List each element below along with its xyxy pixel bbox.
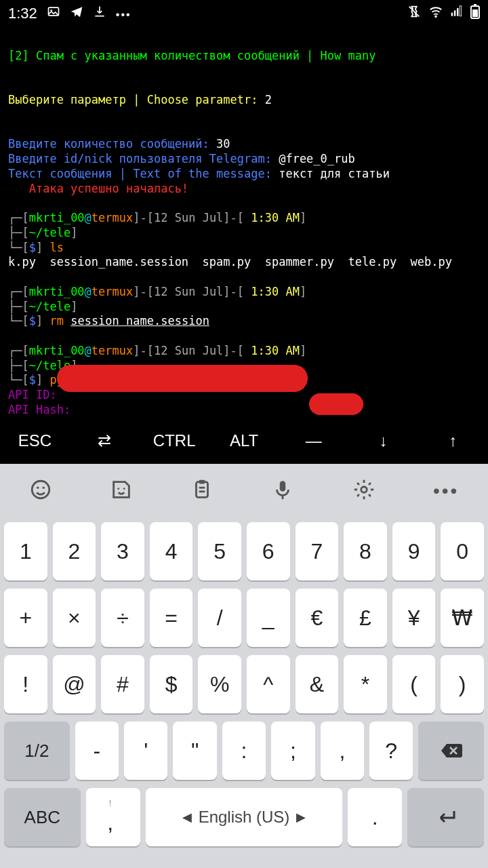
key-down-arrow-icon[interactable]: ↓	[348, 431, 418, 450]
key-minus[interactable]: -	[75, 722, 119, 780]
key-exclaim[interactable]: !	[4, 655, 47, 713]
svg-point-11	[32, 481, 49, 498]
key-paren-close[interactable]: )	[441, 655, 484, 713]
key-secondary-comma[interactable]: ! ,	[86, 788, 140, 846]
svg-line-2	[409, 7, 420, 17]
keyboard-row-1: 1 2 3 4 5 6 7 8 9 0	[4, 522, 484, 580]
key-dollar[interactable]: $	[150, 655, 193, 713]
key-slash[interactable]: /	[198, 589, 241, 647]
more-icon[interactable]: •••	[433, 480, 459, 502]
keyboard-toolbar: •••	[0, 464, 488, 518]
key-caret[interactable]: ^	[247, 655, 290, 713]
key-apostrophe[interactable]: '	[124, 722, 167, 780]
sticker-icon[interactable]	[110, 478, 133, 504]
keyboard-row-5: ABC ! , ◀ English (US) ▶ .	[4, 788, 484, 846]
battery-icon	[470, 4, 480, 23]
prompt-dollar: $	[29, 241, 36, 254]
count-value: 30	[216, 137, 230, 151]
key-4[interactable]: 4	[150, 522, 193, 580]
key-divide[interactable]: ÷	[101, 589, 144, 647]
key-underscore[interactable]: _	[247, 589, 290, 647]
key-equals[interactable]: =	[150, 589, 193, 647]
svg-rect-9	[472, 9, 478, 17]
svg-point-15	[123, 488, 125, 490]
svg-rect-20	[280, 481, 286, 492]
terminal-output[interactable]: [2] Спам с указанным количеством сообщен…	[0, 27, 488, 416]
key-period[interactable]: .	[348, 788, 402, 846]
key-colon[interactable]: :	[222, 722, 266, 780]
key-0[interactable]: 0	[441, 522, 484, 580]
key-3[interactable]: 3	[101, 522, 144, 580]
prompt-host: termux	[92, 211, 133, 224]
key-paren-open[interactable]: (	[392, 655, 436, 713]
telegram-icon	[70, 5, 83, 22]
key-7[interactable]: 7	[296, 522, 339, 580]
emoji-icon[interactable]	[29, 478, 52, 504]
svg-point-12	[37, 486, 39, 488]
key-asterisk[interactable]: *	[344, 655, 387, 713]
key-semicolon[interactable]: ;	[271, 722, 314, 780]
space-language-label: English (US)	[199, 808, 290, 827]
key-5[interactable]: 5	[198, 522, 241, 580]
key-hash[interactable]: #	[101, 655, 144, 713]
key-multiply[interactable]: ×	[53, 589, 96, 647]
key-backspace-icon[interactable]	[418, 722, 484, 780]
rm-target: session name.session	[70, 314, 209, 328]
prompt-date: 12 Sun Jul	[154, 211, 223, 224]
key-alt[interactable]: ALT	[209, 431, 279, 450]
prompt-user: mkrti_00	[29, 211, 85, 224]
key-question[interactable]: ?	[369, 722, 413, 780]
vibrate-icon	[407, 4, 422, 23]
svg-rect-7	[460, 6, 462, 16]
key-6[interactable]: 6	[247, 522, 290, 580]
keyboard-row-2: + × ÷ = / _ € £ ¥ ₩	[4, 589, 484, 647]
key-enter-icon[interactable]	[407, 788, 484, 846]
key-pound[interactable]: £	[344, 589, 387, 647]
key-tab-icon[interactable]: ⇄	[70, 431, 140, 450]
key-comma[interactable]: ,	[321, 722, 364, 780]
key-8[interactable]: 8	[344, 522, 387, 580]
key-at[interactable]: @	[53, 655, 96, 713]
key-euro[interactable]: €	[296, 589, 339, 647]
termux-extra-keys: ESC ⇄ CTRL ALT — ↓ ↑	[0, 416, 488, 464]
svg-rect-17	[199, 480, 205, 484]
chevron-right-icon: ▶	[296, 810, 306, 825]
svg-point-14	[117, 488, 119, 490]
status-bar: 1:32	[0, 0, 488, 27]
key-shift-page[interactable]: 1/2	[4, 722, 70, 780]
svg-rect-16	[197, 482, 208, 498]
key-up-arrow-icon[interactable]: ↑	[418, 431, 488, 450]
clock: 1:32	[8, 5, 37, 22]
key-abc[interactable]: ABC	[4, 788, 81, 846]
wifi-icon	[428, 4, 443, 23]
count-label: Введите количество сообщений:	[8, 137, 216, 151]
keyboard-row-3: ! @ # $ % ^ & * ( )	[4, 655, 484, 713]
prompt-at: @	[85, 211, 92, 224]
key-2[interactable]: 2	[53, 522, 96, 580]
key-spacebar[interactable]: ◀ English (US) ▶	[146, 788, 342, 846]
key-quote[interactable]: "	[173, 722, 216, 780]
key-plus[interactable]: +	[4, 589, 47, 647]
key-percent[interactable]: %	[198, 655, 241, 713]
key-ampersand[interactable]: &	[296, 655, 339, 713]
cmd-rm: rm	[49, 314, 70, 328]
key-ctrl[interactable]: CTRL	[140, 431, 209, 450]
key-esc[interactable]: ESC	[0, 431, 70, 450]
signal-icon	[450, 5, 464, 22]
menu-option-line: [2] Спам с указанным количеством сообщен…	[8, 49, 375, 62]
settings-icon[interactable]	[352, 478, 375, 504]
prompt-cwd: ~/tele	[29, 226, 70, 239]
key-9[interactable]: 9	[392, 522, 436, 580]
idnick-label: Введите id/nick пользователя Telegram:	[8, 152, 279, 165]
idnick-value: @free_0_rub	[279, 152, 355, 165]
mic-icon[interactable]	[271, 478, 294, 504]
prompt-time: 1:30 AM	[251, 211, 300, 224]
clipboard-icon[interactable]	[190, 478, 214, 504]
svg-point-22	[361, 487, 367, 493]
key-yen[interactable]: ¥	[392, 589, 436, 647]
cmd-ls: ls	[49, 241, 63, 254]
key-dash[interactable]: —	[279, 431, 348, 450]
key-1[interactable]: 1	[4, 522, 47, 580]
key-won[interactable]: ₩	[441, 589, 484, 647]
msg-value: текст для статьи	[279, 167, 390, 180]
